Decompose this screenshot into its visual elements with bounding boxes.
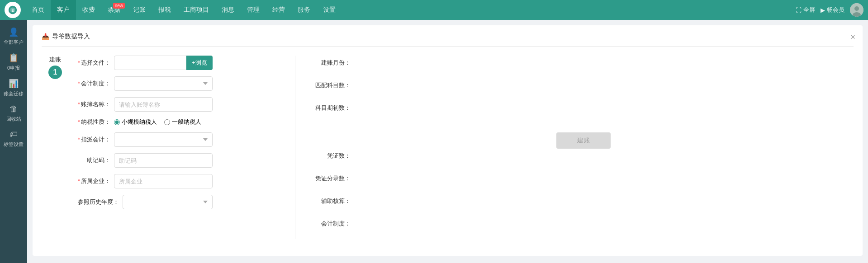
svg-point-3: [854, 6, 859, 11]
panel-title: 📥 导爷数据导入: [42, 33, 90, 41]
voucher-entries-value: [354, 171, 854, 186]
subject-init-value: [354, 101, 854, 115]
person-icon: 👤: [9, 27, 19, 37]
right-fields: 建账月份： 匹配科目数： 科目期初数：: [313, 56, 854, 123]
company-label: 所属企业：: [78, 177, 114, 185]
accountant-label: 指派会计：: [78, 136, 114, 144]
tax-small-radio[interactable]: [114, 119, 120, 125]
aux-value: [354, 194, 854, 208]
match-subject-field: 匹配科目数：: [313, 78, 854, 93]
company-row: 所属企业：: [78, 174, 213, 188]
ledger-input[interactable]: [114, 97, 213, 112]
subject-init-field: 科目期初数：: [313, 101, 854, 115]
file-input[interactable]: [114, 56, 186, 70]
browse-button[interactable]: +浏览: [186, 56, 213, 70]
sidebar: 👤 全部客户 📋 0申报 📊 账套迁移 🗑 回收站 🏷 标签设置: [0, 20, 27, 263]
right-content-layout: 建账月份： 匹配科目数： 科目期初数： 建账: [313, 56, 854, 239]
history-label: 参照历史年度：: [78, 198, 123, 206]
form-container: 建账 1 选择文件： +浏览: [42, 56, 854, 239]
trash-icon: 🗑: [9, 104, 18, 114]
build-month-label: 建账月份：: [313, 59, 354, 67]
nav-fee[interactable]: 收费: [76, 0, 101, 20]
nav-service[interactable]: 服务: [291, 0, 317, 20]
accounting-row: 会计制度：: [78, 76, 213, 91]
voucher-value: [354, 149, 854, 163]
file-row: 选择文件： +浏览: [78, 56, 213, 70]
form-section: 选择文件： +浏览 会计制度：: [78, 56, 213, 209]
sidebar-item-zero-declare[interactable]: 📋 0申报: [0, 49, 27, 75]
nav-business[interactable]: 工商项目: [177, 0, 215, 20]
subject-init-label: 科目期初数：: [313, 104, 354, 112]
memo-input[interactable]: [114, 153, 213, 168]
main-content: 📥 导爷数据导入 × 建账 1 选择文件：: [27, 20, 868, 263]
accounting-system-field: 会计制度：: [313, 216, 854, 231]
memo-row: 助记码：: [78, 153, 213, 168]
nav-invoice[interactable]: 票据 new: [101, 0, 127, 20]
step-circle: 1: [48, 66, 62, 79]
tax-general[interactable]: 一般纳税人: [164, 118, 201, 126]
company-input[interactable]: [114, 174, 213, 188]
sidebar-item-recycle[interactable]: 🗑 回收站: [0, 101, 27, 126]
file-label: 选择文件：: [78, 59, 114, 67]
build-month-value: [354, 56, 854, 70]
declare-icon: 📋: [9, 53, 19, 63]
tax-row: 纳税性质： 小规模纳税人 一般纳税人: [78, 118, 213, 126]
accounting-select[interactable]: [114, 76, 213, 91]
tax-small[interactable]: 小规模纳税人: [114, 118, 157, 126]
history-row: 参照历史年度：: [78, 195, 213, 209]
nav-home[interactable]: 首页: [25, 0, 51, 20]
member-button[interactable]: ▶ 畅会员: [821, 6, 844, 14]
nav-settings[interactable]: 设置: [317, 0, 342, 20]
import-panel: 📥 导爷数据导入 × 建账 1 选择文件：: [33, 25, 863, 256]
svg-text:E: E: [12, 9, 14, 13]
accounting-label: 会计制度：: [78, 80, 114, 88]
user-avatar[interactable]: [850, 3, 863, 17]
panel-header: 📥 导爷数据导入 ×: [42, 33, 854, 47]
sidebar-item-migrate[interactable]: 📊 账套迁移: [0, 75, 27, 101]
play-icon: ▶: [821, 7, 825, 14]
migrate-icon: 📊: [9, 79, 19, 89]
tax-label: 纳税性质：: [78, 118, 114, 126]
nav-tax[interactable]: 报税: [152, 0, 177, 20]
accountant-row: 指派会计：: [78, 132, 213, 147]
ledger-label: 账簿名称：: [78, 100, 114, 108]
build-button[interactable]: 建账: [556, 132, 611, 149]
voucher-entries-field: 凭证分录数：: [313, 171, 854, 186]
memo-label: 助记码：: [78, 156, 114, 164]
aux-label: 辅助核算：: [313, 197, 354, 205]
app-logo[interactable]: E: [5, 2, 21, 18]
build-month-field: 建账月份：: [313, 56, 854, 70]
tax-general-radio[interactable]: [164, 119, 170, 125]
nav-items: 首页 客户 收费 票据 new 记账 报税 工商项目 消息 管理 经营 服务 设…: [25, 0, 796, 20]
nav-manage[interactable]: 管理: [241, 0, 266, 20]
file-input-group: +浏览: [114, 56, 213, 70]
form-right: 建账月份： 匹配科目数： 科目期初数： 建账: [295, 56, 854, 239]
nav-bookkeeping[interactable]: 记账: [127, 0, 152, 20]
accounting-system-value: [354, 216, 854, 231]
history-select[interactable]: [123, 195, 213, 209]
ledger-row: 账簿名称：: [78, 97, 213, 112]
fullscreen-button[interactable]: ⛶ 全屏: [796, 6, 815, 14]
voucher-field: 凭证数：: [313, 149, 854, 163]
fullscreen-icon: ⛶: [796, 7, 802, 14]
match-subject-value: [354, 78, 854, 93]
top-nav-right: ⛶ 全屏 ▶ 畅会员: [796, 3, 863, 17]
sidebar-item-all-customers[interactable]: 👤 全部客户: [0, 23, 27, 49]
build-btn-row: 建账: [313, 128, 854, 149]
accounting-system-label: 会计制度：: [313, 220, 354, 228]
close-button[interactable]: ×: [850, 33, 855, 42]
nav-customer[interactable]: 客户: [51, 0, 76, 20]
sidebar-item-tags[interactable]: 🏷 标签设置: [0, 126, 27, 151]
nav-message[interactable]: 消息: [215, 0, 241, 20]
step-label: 建账 1: [42, 56, 69, 79]
match-subject-label: 匹配科目数：: [313, 81, 354, 89]
accountant-select[interactable]: [114, 132, 213, 147]
nav-badge-new: new: [113, 3, 125, 9]
tax-radio-group: 小规模纳税人 一般纳税人: [114, 118, 201, 126]
aux-field: 辅助核算：: [313, 194, 854, 208]
nav-operation[interactable]: 经营: [266, 0, 291, 20]
build-account-section: 建账 1 选择文件： +浏览: [42, 56, 286, 209]
voucher-entries-label: 凭证分录数：: [313, 174, 354, 183]
top-navigation: E 首页 客户 收费 票据 new 记账 报税 工商项目 消息 管理 经营 服务…: [0, 0, 868, 20]
voucher-label: 凭证数：: [313, 152, 354, 160]
